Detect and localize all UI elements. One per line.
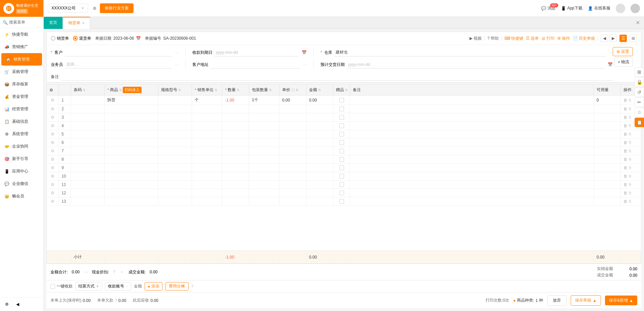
td-product-11[interactable] [105, 189, 158, 197]
amount-sort-icon[interactable]: ⇅ [318, 88, 321, 92]
customer-input[interactable] [65, 48, 172, 56]
sidebar-item-purchase[interactable]: 🛒 采购管理 [0, 66, 43, 78]
td-amount-11[interactable] [306, 189, 333, 197]
delete-icon-10[interactable]: 🗑 [623, 182, 628, 187]
td-pkgqty-3[interactable] [249, 122, 279, 130]
td-unit-10[interactable] [192, 181, 222, 189]
td-spec-3[interactable] [158, 122, 192, 130]
td-pkgqty-4[interactable] [249, 130, 279, 138]
gift-checkbox-11[interactable] [339, 191, 344, 195]
delete-icon-2[interactable]: 🗑 [623, 115, 628, 120]
td-spec-9[interactable] [158, 172, 192, 180]
gift-checkbox-2[interactable] [339, 115, 344, 120]
warehouse-dots[interactable]: ··· [609, 50, 613, 55]
td-barcode-9[interactable] [71, 172, 105, 180]
td-settings-9[interactable]: ⚙ [47, 172, 59, 180]
td-pkgqty-12[interactable] [249, 197, 279, 205]
td-pkgqty-6[interactable] [249, 147, 279, 155]
delete-icon-1[interactable]: 🗑 [623, 107, 628, 111]
td-gift-6[interactable] [333, 147, 350, 155]
td-product-8[interactable] [105, 164, 158, 172]
company-selector[interactable]: XXXXXX公司 ▼ [48, 4, 88, 13]
td-unit-7[interactable] [192, 155, 222, 163]
sidebar-item-inventory[interactable]: 📦 库存核算 [0, 78, 43, 90]
app-download-button[interactable]: 📱 App下载 [561, 5, 582, 11]
delete-icon-9[interactable]: 🗑 [623, 174, 628, 179]
td-qty-7[interactable] [222, 155, 249, 163]
delete-icon-3[interactable]: 🗑 [623, 123, 628, 128]
sidebar-item-member[interactable]: 👑 畅会员 [0, 190, 43, 202]
td-remark-1[interactable] [350, 105, 594, 113]
td-price-1[interactable] [279, 105, 306, 113]
sidebar-collapse-icon[interactable]: ◀ [15, 302, 20, 307]
sidebar-settings-icon[interactable]: ⚙ [4, 302, 9, 307]
salesperson-input[interactable]: 选择... [65, 61, 172, 69]
user-avatar-2[interactable] [631, 4, 640, 13]
due-date-input[interactable]: yyyy-mm-dd [215, 48, 298, 56]
gift-checkbox-7[interactable] [339, 157, 344, 162]
td-barcode-4[interactable] [71, 130, 105, 138]
radio-sales[interactable]: 销货单 [51, 36, 69, 41]
td-settings-4[interactable]: ⚙ [47, 130, 59, 138]
sidebar-item-marketing[interactable]: 📣 营销推广 [0, 41, 43, 53]
warehouse-input[interactable]: 建材仓 [334, 48, 606, 56]
td-barcode-12[interactable] [71, 197, 105, 205]
td-remark-9[interactable] [350, 172, 594, 180]
td-spec-2[interactable] [158, 113, 192, 121]
td-amount-7[interactable] [306, 155, 333, 163]
td-barcode-3[interactable] [71, 122, 105, 130]
copy-icon-0[interactable]: ⎘ [629, 98, 631, 103]
td-qty-10[interactable] [222, 181, 249, 189]
one-click-checkbox[interactable] [50, 284, 55, 289]
float-star-btn[interactable]: ☆ [635, 108, 644, 117]
delete-icon-11[interactable]: 🗑 [623, 191, 628, 195]
price-sort-icon[interactable]: ⇅ [296, 88, 298, 92]
td-remark-11[interactable] [350, 189, 594, 197]
td-amount-9[interactable] [306, 172, 333, 180]
sidebar-item-apps[interactable]: 📱 应用中心 [0, 165, 43, 178]
td-pkgqty-7[interactable] [249, 155, 279, 163]
sidebar-item-collab[interactable]: 🤝 企业协同 [0, 140, 43, 153]
td-spec-8[interactable] [158, 164, 192, 172]
td-gift-4[interactable] [333, 130, 350, 138]
td-qty-4[interactable] [222, 130, 249, 138]
td-price-7[interactable] [279, 155, 306, 163]
td-product-0[interactable]: 拆货 [105, 95, 158, 105]
td-gift-1[interactable] [333, 105, 350, 113]
qty-sort-icon[interactable]: ⇅ [237, 88, 239, 92]
settings-button[interactable]: ⚙ 设置 [613, 47, 633, 56]
th-settings[interactable]: ⚙ [47, 85, 59, 95]
toolbar-history[interactable]: 📄 历史单据 [573, 36, 595, 41]
td-amount-0[interactable]: 0.00 [306, 95, 333, 105]
td-settings-10[interactable]: ⚙ [47, 181, 59, 189]
td-price-8[interactable] [279, 164, 306, 172]
td-unit-9[interactable] [192, 172, 222, 180]
sidebar-item-guide[interactable]: 🎯 新手引导 [0, 153, 43, 165]
spec-sort-icon[interactable]: ⇅ [178, 88, 181, 92]
scan-button[interactable]: 扫码录入 [123, 87, 142, 93]
gift-sort-icon[interactable]: ⇅ [345, 88, 348, 92]
td-qty-8[interactable] [222, 164, 249, 172]
td-settings-3[interactable]: ⚙ [47, 122, 59, 130]
tab-sales-order[interactable]: 销货单 × [63, 17, 90, 29]
td-product-3[interactable] [105, 122, 158, 130]
product-sort-icon[interactable]: ⇅ [119, 88, 122, 92]
nav-next-btn[interactable]: ▶ [609, 35, 617, 42]
copy-icon-5[interactable]: ⎘ [629, 140, 631, 145]
td-pkgqty-5[interactable] [249, 139, 279, 147]
td-spec-6[interactable] [158, 147, 192, 155]
note-input[interactable] [62, 73, 613, 81]
td-amount-2[interactable] [306, 113, 333, 121]
radio-return[interactable]: 退货单 [73, 36, 91, 41]
delete-icon-7[interactable]: 🗑 [623, 157, 628, 162]
td-spec-5[interactable] [158, 139, 192, 147]
td-unit-3[interactable] [192, 122, 222, 130]
td-remark-8[interactable] [350, 164, 594, 172]
sidebar-item-funds[interactable]: 💰 资金管理 [0, 90, 43, 103]
td-gift-2[interactable] [333, 113, 350, 121]
td-product-6[interactable] [105, 147, 158, 155]
sidebar-item-quick-nav[interactable]: ⚡ 快捷导航 [0, 28, 43, 41]
td-remark-2[interactable] [350, 113, 594, 121]
td-product-7[interactable] [105, 155, 158, 163]
td-unit-12[interactable] [192, 197, 222, 205]
